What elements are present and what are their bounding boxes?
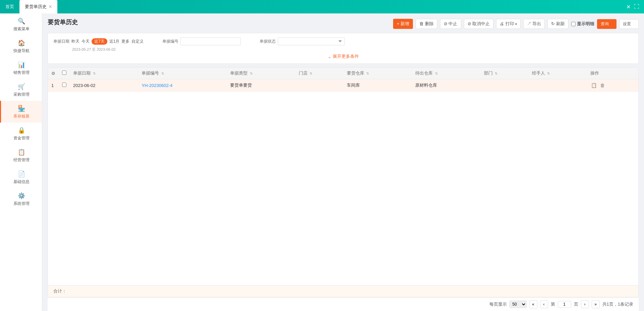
window-expand-icon[interactable]: ⛶ [634,4,639,10]
filter-row: 单据日期 昨天 今天 近7天 近1月 更多 自定义 单据编号 [53,37,633,45]
th-doc-type-label: 单据类型 [230,71,248,76]
cell-operator [529,79,587,92]
sidebar-item-sales[interactable]: 📊 销售管理 [0,57,42,79]
doc-no-link[interactable]: YH-20230602-4 [142,83,172,88]
sort-doc-no-icon: ⇅ [161,72,164,75]
table-settings-icon[interactable]: ⚙ [51,71,55,76]
display-detail-checkbox[interactable] [571,22,576,26]
shortcut-today[interactable]: 今天 [82,39,90,44]
print-button-label: 🖨 打印 [500,21,514,27]
query-button[interactable]: 查询 [597,19,616,29]
page-suffix: 页 [574,301,578,307]
next-page-btn[interactable]: › [581,300,589,308]
sidebar-item-operation[interactable]: 📋 经营管理 [0,144,42,166]
last-page-btn[interactable]: » [592,300,600,308]
sidebar-item-system[interactable]: ⚙️ 系统管理 [0,188,42,210]
select-all-checkbox[interactable] [62,71,66,75]
top-bar: 首页 要货单历史 ✕ ✕ ⛶ [0,0,644,13]
window-close-icon[interactable]: ✕ [626,4,631,10]
th-store-label: 门店 [299,71,308,76]
th-checkbox [59,68,70,79]
display-detail-label: 显示明细 [577,21,594,27]
sidebar-item-purchase[interactable]: 🛒 采购管理 [0,79,42,101]
cell-pending-warehouse: 原材料仓库 [412,79,480,92]
sidebar-item-label-inventory: 库存核算 [13,114,30,119]
sidebar-item-basic[interactable]: 📄 基础信息 [0,166,42,188]
row-delete-btn[interactable]: 🗑 [599,82,605,89]
row-checkbox[interactable] [62,83,66,87]
th-doc-no[interactable]: 单据编号 ⇅ [138,68,227,79]
shortcut-custom[interactable]: 自定义 [131,39,144,44]
th-pending-warehouse[interactable]: 待出仓库 ⇅ [412,68,480,79]
sidebar-item-label-finance: 资金管理 [13,135,30,141]
quick-nav-icon: 🏠 [18,39,25,47]
docno-input[interactable] [180,37,241,45]
sort-doc-type-icon: ⇅ [250,72,253,75]
per-page-select[interactable]: 50 100 [509,301,527,308]
sort-req-warehouse-icon: ⇅ [366,72,369,75]
sidebar-item-search-menu[interactable]: 🔍 搜索菜单 [0,13,42,35]
sidebar-item-inventory[interactable]: 🏪 库存核算 [0,101,42,123]
export-button[interactable]: ↗ 导出 [523,19,545,29]
cell-doc-no: YH-20230602-4 [138,79,227,92]
sidebar-item-label-system: 系统管理 [13,201,30,207]
docno-filter-label: 单据编号 [162,39,178,44]
th-req-warehouse[interactable]: 要货仓库 ⇅ [343,68,412,79]
sidebar-item-label-search-menu: 搜索菜单 [13,26,30,32]
top-tabs: 首页 要货单历史 ✕ [0,0,57,13]
stop-button[interactable]: ⊘ 中止 [440,19,461,29]
sidebar-item-label-quick-nav: 快捷导航 [13,48,30,54]
delete-button[interactable]: 🗑 删除 [416,19,437,29]
status-select[interactable] [278,37,345,45]
page-label: 第 [551,301,555,307]
system-icon: ⚙️ [18,192,25,199]
row-edit-btn[interactable]: 📋 [590,82,597,89]
th-department-label: 部门 [484,71,493,76]
refresh-button[interactable]: ↻ 刷新 [547,19,569,29]
display-detail-toggle[interactable]: 显示明细 [571,21,594,27]
print-chevron-icon: ▾ [515,22,517,26]
export-button-label: ↗ 导出 [527,21,541,27]
first-page-btn[interactable]: « [529,300,537,308]
th-doc-date[interactable]: 单据日期 ⇅ [70,68,138,79]
page-input[interactable] [558,301,571,308]
settings-button[interactable]: 设置 [619,19,639,29]
main-layout: 🔍 搜索菜单 🏠 快捷导航 📊 销售管理 🛒 采购管理 🏪 库存核算 🔒 资金管… [0,13,644,311]
table-container: ⚙ 单据日期 ⇅ 单据编号 ⇅ [48,67,639,297]
tab-history[interactable]: 要货单历史 ✕ [19,0,57,13]
shortcut-more[interactable]: 更多 [121,39,129,44]
th-store[interactable]: 门店 ⇅ [296,68,343,79]
sort-doc-date-icon: ⇅ [93,72,96,75]
th-settings: ⚙ [48,68,59,79]
th-department[interactable]: 部门 ⇅ [481,68,529,79]
th-operator[interactable]: 经手人 ⇅ [529,68,587,79]
shortcut-7days[interactable]: 近7天 [92,38,107,45]
purchase-icon: 🛒 [18,83,25,90]
th-pending-warehouse-label: 待出仓库 [415,71,433,76]
table-row: 1 2023-06-02 YH-20230602-4 要货单要货 车间库 原材料… [48,79,638,92]
top-bar-actions: ✕ ⛶ [626,4,644,10]
shortcut-1month[interactable]: 近1月 [109,39,120,44]
shortcut-yesterday[interactable]: 昨天 [71,39,79,44]
toolbar: + 新增 🗑 删除 ⊘ 中止 ⊘ 取消中止 🖨 打印 ▾ ↗ 导出 [393,19,639,29]
sidebar-item-quick-nav[interactable]: 🏠 快捷导航 [0,35,42,57]
tab-history-close[interactable]: ✕ [49,4,52,9]
sort-store-icon: ⇅ [310,72,312,75]
pagination-bar: 每页显示 50 100 « ‹ 第 页 › » 共1页，1条记录 [48,297,639,311]
cancel-stop-button[interactable]: ⊘ 取消中止 [464,19,494,29]
refresh-button-label: ↻ 刷新 [551,21,565,27]
cell-store [296,79,343,92]
docno-filter-group: 单据编号 [162,37,241,45]
data-table: ⚙ 单据日期 ⇅ 单据编号 ⇅ [48,68,638,92]
sidebar-item-finance[interactable]: 🔒 资金管理 [0,123,42,144]
new-button[interactable]: + 新增 [393,19,413,29]
th-doc-date-label: 单据日期 [73,71,91,76]
print-button[interactable]: 🖨 打印 ▾ [496,19,521,29]
prev-page-btn[interactable]: ‹ [540,300,548,308]
tab-home[interactable]: 首页 [0,0,19,13]
th-doc-type[interactable]: 单据类型 ⇅ [227,68,295,79]
expand-more-btn[interactable]: ⌄ 展开更多条件 [53,53,633,59]
finance-icon: 🔒 [18,127,25,134]
cell-doc-type: 要货单要货 [227,79,295,92]
tab-history-label: 要货单历史 [25,4,47,10]
